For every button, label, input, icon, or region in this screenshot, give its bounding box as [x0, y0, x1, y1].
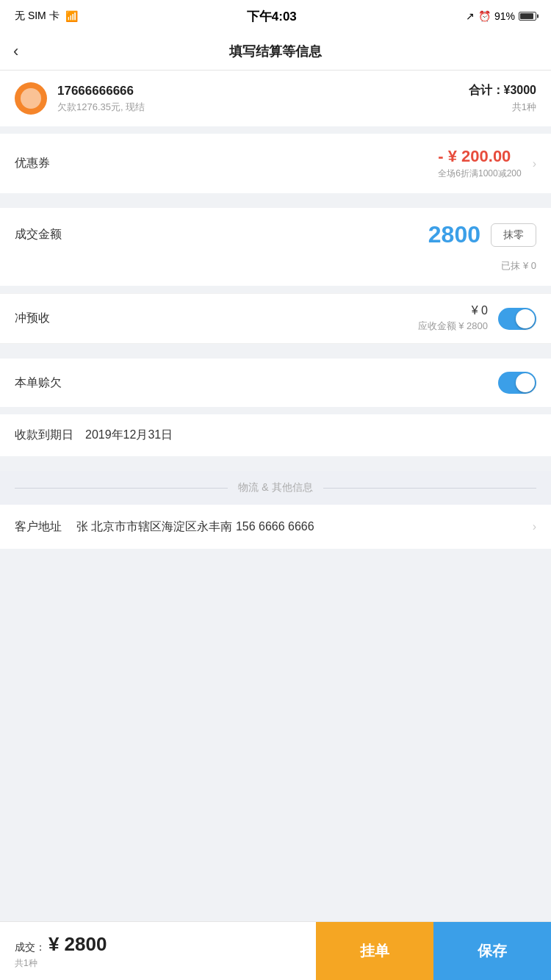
- back-button[interactable]: ‹: [13, 42, 18, 61]
- total-amount: 合计：¥3000: [469, 83, 537, 98]
- total-sub: 共1种: [469, 101, 537, 114]
- location-icon: ↗: [466, 10, 475, 22]
- user-info: 17666666666 欠款1276.35元, 现结: [57, 84, 469, 114]
- deal-sub-row: 已抹 ¥ 0: [15, 259, 536, 273]
- status-bar: 无 SIM 卡 📶 下午4:03 ↗ ⏰ 91%: [0, 0, 551, 32]
- prepay-right-group: ¥ 0 应收金额 ¥ 2800: [418, 304, 536, 333]
- user-total: 合计：¥3000 共1种: [469, 83, 537, 114]
- battery-icon: [519, 12, 536, 21]
- wifi-icon: 📶: [65, 10, 78, 22]
- hang-button[interactable]: 挂单: [316, 922, 433, 981]
- alarm-icon: ⏰: [478, 10, 491, 22]
- avatar: [15, 82, 47, 115]
- coupon-label: 优惠券: [15, 156, 50, 171]
- address-row[interactable]: 客户地址 张 北京市市辖区海淀区永丰南 156 6666 6666 ›: [0, 505, 551, 549]
- round-button[interactable]: 抹零: [491, 223, 536, 247]
- footer-deal-amount: ¥ 2800: [48, 933, 107, 955]
- debt-toggle-knob: [516, 373, 535, 392]
- prepay-row: 冲预收 ¥ 0 应收金额 ¥ 2800: [0, 294, 551, 343]
- footer-deal-label: 成交：: [15, 941, 46, 953]
- prepay-values: ¥ 0 应收金额 ¥ 2800: [418, 304, 488, 333]
- divider-1: [0, 201, 551, 208]
- prepay-amount: ¥ 0: [472, 304, 488, 317]
- status-right: ↗ ⏰ 91%: [466, 10, 536, 22]
- due-date-value: 2019年12月31日: [85, 428, 173, 443]
- status-time: 下午4:03: [247, 8, 297, 25]
- address-label: 客户地址: [15, 519, 62, 535]
- coupon-sub: 全场6折满1000减200: [438, 167, 521, 180]
- prepay-toggle[interactable]: [498, 308, 536, 330]
- user-sub: 欠款1276.35元, 现结: [57, 101, 469, 114]
- due-date-label: 收款到期日: [15, 428, 73, 443]
- deal-section: 成交金额 2800 抹零 已抹 ¥ 0: [0, 208, 551, 286]
- coupon-chevron: ›: [533, 157, 536, 170]
- main-content: 17666666666 欠款1276.35元, 现结 合计：¥3000 共1种 …: [0, 71, 551, 630]
- sim-label: 无 SIM 卡: [15, 10, 60, 23]
- user-row: 17666666666 欠款1276.35元, 现结 合计：¥3000 共1种: [0, 71, 551, 126]
- coupon-row[interactable]: 优惠券 - ¥ 200.00 全场6折满1000减200 ›: [0, 134, 551, 193]
- deal-right: 2800 抹零: [428, 221, 536, 248]
- deal-amount: 2800: [428, 221, 480, 248]
- coupon-amount: - ¥ 200.00: [438, 147, 521, 166]
- deal-row: 成交金额 2800 抹零: [15, 221, 536, 248]
- nav-bar: ‹ 填写结算等信息: [0, 32, 551, 71]
- deal-label: 成交金额: [15, 227, 62, 242]
- prepay-section: 冲预收 ¥ 0 应收金额 ¥ 2800: [0, 293, 551, 344]
- logistics-label: 物流 & 其他信息: [238, 481, 312, 494]
- footer-sub: 共1种: [15, 957, 301, 970]
- footer-left: 成交： ¥ 2800 共1种: [0, 933, 316, 970]
- prepay-sub: 应收金额 ¥ 2800: [418, 320, 488, 333]
- prepay-label: 冲预收: [15, 311, 50, 326]
- address-chevron: ›: [533, 520, 536, 533]
- bottom-spacer: [0, 556, 551, 630]
- logistics-divider: 物流 & 其他信息: [0, 471, 551, 505]
- coupon-right: - ¥ 200.00 全场6折满1000减200 ›: [438, 147, 536, 180]
- footer-bar: 成交： ¥ 2800 共1种 挂单 保存: [0, 921, 551, 980]
- debt-row: 本单赊欠: [0, 359, 551, 407]
- battery-label: 91%: [494, 10, 515, 22]
- page-title: 填写结算等信息: [229, 43, 322, 60]
- address-value: 张 北京市市辖区海淀区永丰南 156 6666 6666: [76, 518, 529, 536]
- user-phone: 17666666666: [57, 84, 469, 98]
- divider-3: [0, 464, 551, 471]
- total-label: 合计：: [469, 84, 504, 96]
- toggle-knob: [516, 309, 535, 328]
- status-left: 无 SIM 卡 📶: [15, 10, 78, 23]
- deal-sub: 已抹 ¥ 0: [501, 260, 536, 271]
- debt-toggle[interactable]: [498, 372, 536, 394]
- save-button[interactable]: 保存: [433, 922, 551, 981]
- divider-2: [0, 351, 551, 359]
- total-value: ¥3000: [504, 84, 537, 96]
- debt-label: 本单赊欠: [15, 375, 62, 391]
- footer-deal-row: 成交： ¥ 2800: [15, 933, 301, 956]
- due-date-row: 收款到期日 2019年12月31日: [0, 414, 551, 456]
